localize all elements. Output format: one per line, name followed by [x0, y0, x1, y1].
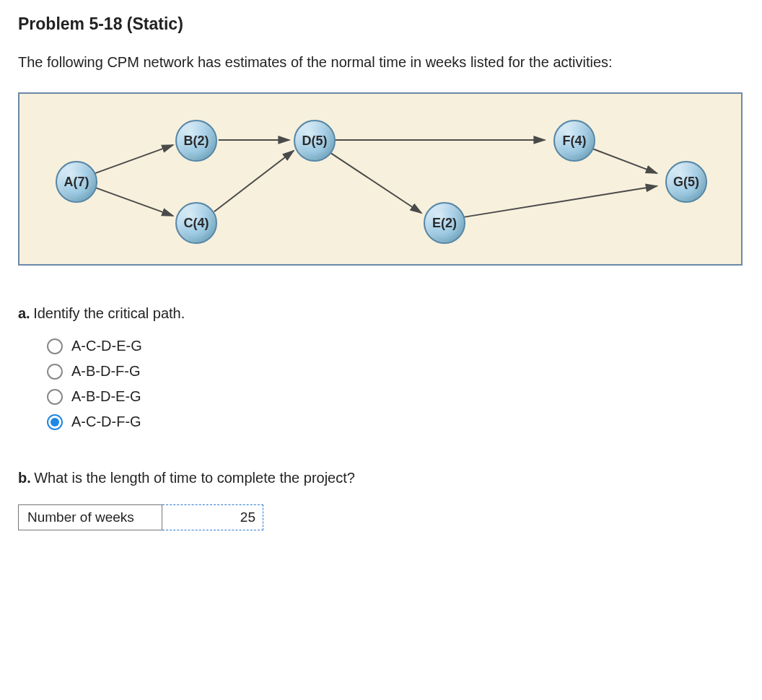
node-f: F(4): [553, 120, 595, 162]
option-2[interactable]: A-B-D-F-G: [47, 363, 744, 380]
node-e: E(2): [424, 202, 465, 244]
option-4[interactable]: A-C-D-F-G: [47, 414, 744, 430]
radio-icon[interactable]: [47, 414, 63, 430]
question-a-label: a.: [18, 305, 30, 321]
svg-line-6: [463, 186, 657, 217]
node-b: B(2): [175, 120, 217, 162]
question-a-text: Identify the critical path.: [33, 305, 185, 321]
diagram-edges: [19, 94, 741, 264]
svg-line-7: [588, 147, 657, 173]
radio-icon[interactable]: [47, 364, 63, 380]
option-label: A-C-D-E-G: [71, 338, 142, 354]
svg-line-5: [329, 152, 421, 214]
radio-icon[interactable]: [47, 389, 63, 405]
node-a: A(7): [56, 161, 97, 203]
answer-row: Number of weeks 25: [18, 504, 744, 530]
node-d: D(5): [294, 120, 336, 162]
option-3[interactable]: A-B-D-E-G: [47, 388, 744, 405]
radio-icon[interactable]: [47, 338, 63, 354]
question-b: b. What is the length of time to complet…: [18, 470, 744, 530]
node-g: G(5): [665, 161, 707, 203]
answer-input[interactable]: 25: [162, 504, 263, 530]
problem-description: The following CPM network has estimates …: [18, 54, 744, 71]
option-label: A-B-D-E-G: [71, 388, 141, 405]
option-label: A-C-D-F-G: [71, 414, 141, 430]
question-a: a. Identify the critical path. A-C-D-E-G…: [18, 305, 744, 430]
svg-line-3: [214, 151, 294, 212]
svg-line-1: [95, 188, 173, 216]
question-b-label: b.: [18, 470, 31, 486]
question-b-text: What is the length of time to complete t…: [34, 470, 355, 486]
problem-title: Problem 5-18 (Static): [18, 14, 744, 34]
answer-label: Number of weeks: [18, 504, 162, 530]
option-label: A-B-D-F-G: [71, 363, 141, 380]
option-1[interactable]: A-C-D-E-G: [47, 338, 744, 354]
question-a-options: A-C-D-E-G A-B-D-F-G A-B-D-E-G A-C-D-F-G: [47, 338, 744, 430]
cpm-network-diagram: A(7) B(2) C(4) D(5) E(2) F(4) G(5): [18, 92, 743, 266]
svg-line-0: [95, 145, 173, 173]
node-c: C(4): [175, 202, 217, 244]
